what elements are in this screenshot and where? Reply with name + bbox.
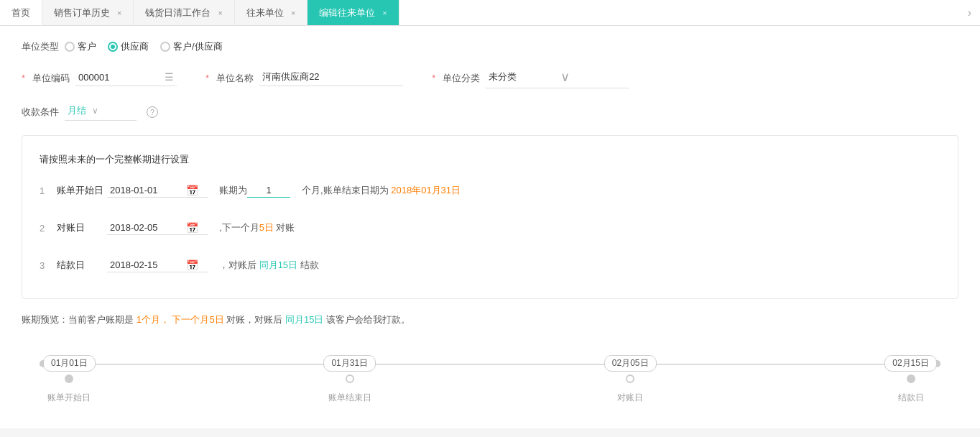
unit-code-label: 单位编码 (32, 72, 70, 85)
unit-category-label: 单位分类 (443, 72, 480, 85)
unit-name-input-wrap (259, 70, 403, 86)
preview-label: 账期预览：当前客户账期是 (22, 314, 137, 325)
tab-cash-work-close[interactable]: × (218, 9, 222, 17)
radio-supplier[interactable]: 供应商 (108, 40, 149, 53)
calendar-icon-1[interactable]: 📅 (186, 185, 198, 196)
radio-customer-label: 客户 (78, 40, 96, 53)
timeline-badge-3: 02月05日 (604, 355, 657, 372)
preview-section: 账期预览：当前客户账期是 1个月， 下一个月5日 对账，对账后 同月15日 该客… (22, 313, 958, 326)
date-row-3: 3 结款日 📅 ，对账后 同月15日 结款 (40, 258, 940, 272)
radio-supplier-circle[interactable] (108, 42, 118, 52)
reconcile-day-highlight: 5日 (259, 222, 274, 233)
unit-category-required: * (432, 73, 435, 83)
row-label-2: 对账日 (57, 221, 107, 234)
unit-name-group: * 单位名称 (205, 70, 403, 86)
radio-customer-circle[interactable] (65, 42, 75, 52)
unit-category-arrow: ∨ (558, 68, 629, 86)
timeline-badge-1: 01月01日 (43, 355, 96, 372)
unit-code-input-wrap: ☰ (75, 70, 177, 86)
tab-partner-unit-label: 往来单位 (246, 6, 284, 19)
tab-sales-order-label: 销售订单历史 (54, 6, 110, 19)
preview-mid: 对账，对账后 (226, 314, 285, 325)
payment-value: 月结 (65, 103, 89, 119)
unit-type-label: 单位类型 (22, 40, 59, 53)
timeline-node-4: 02月15日 结款日 (884, 355, 937, 404)
help-icon[interactable]: ? (147, 106, 158, 118)
end-date-highlight: 2018年01月31日 (391, 185, 461, 196)
timeline-dot-4 (907, 374, 915, 383)
timeline-badge-2: 01月31日 (323, 355, 376, 372)
preview-text: 账期预览：当前客户账期是 1个月， 下一个月5日 对账，对账后 同月15日 该客… (22, 313, 958, 326)
preview-reconcile: 下一个月5日 (172, 314, 223, 325)
preview-period: 1个月， (137, 314, 170, 325)
row-desc-1b: 个月,账单结束日期为 2018年01月31日 (302, 184, 461, 197)
row-num-3: 3 (40, 260, 57, 271)
panel-title: 请按照未来的一个完整帐期进行设置 (40, 153, 940, 166)
unit-name-label: 单位名称 (216, 72, 254, 85)
tab-edit-partner[interactable]: 编辑往来单位 × (308, 0, 399, 25)
row-desc-1a: 账期为 (219, 184, 247, 197)
payment-arrow: ∨ (92, 106, 98, 116)
timeline-dot-2 (346, 374, 354, 383)
timeline-node-3: 02月05日 对账日 (604, 355, 657, 404)
radio-supplier-label: 供应商 (121, 40, 149, 53)
radio-both[interactable]: 客户/供应商 (160, 40, 223, 53)
tab-cash-work-label: 钱货日清工作台 (145, 6, 211, 19)
tab-edit-partner-close[interactable]: × (382, 9, 387, 17)
date-row-2: 2 对账日 📅 ,下一个月5日 对账 (40, 221, 940, 235)
timeline-label-1: 账单开始日 (47, 392, 91, 404)
date-input-1[interactable]: 📅 (107, 183, 208, 198)
unit-info-row: * 单位编码 ☰ * 单位名称 * 单位分类 未分类 ∨ (22, 68, 958, 88)
radio-both-circle[interactable] (160, 42, 170, 52)
timeline-label-2: 账单结束日 (328, 392, 371, 404)
tab-partner-unit[interactable]: 往来单位 × (235, 0, 308, 25)
tab-home[interactable]: 首页 (0, 0, 42, 25)
date-input-3[interactable]: 📅 (107, 258, 208, 272)
date-field-2[interactable] (107, 221, 186, 234)
unit-category-group: * 单位分类 未分类 ∨ (432, 68, 629, 88)
unit-category-select[interactable]: 未分类 ∨ (486, 68, 629, 88)
calendar-icon-2[interactable]: 📅 (186, 222, 198, 234)
panel-box: 请按照未来的一个完整帐期进行设置 1 账单开始日 📅 账期为 个月,账单结束日期… (22, 135, 958, 299)
unit-code-group: * 单位编码 ☰ (22, 70, 177, 86)
page-content: 单位类型 客户 供应商 客户/供应商 * 单位编码 (0, 26, 980, 428)
tab-expand-button[interactable]: › (959, 0, 980, 25)
radio-customer[interactable]: 客户 (65, 40, 96, 53)
tab-edit-partner-label: 编辑往来单位 (319, 6, 375, 19)
unit-type-group: 单位类型 客户 供应商 客户/供应商 (22, 40, 251, 53)
timeline-dots: 01月01日 账单开始日 01月31日 账单结束日 02月05日 对账日 02月… (43, 355, 937, 404)
tab-cash-work[interactable]: 钱货日清工作台 × (134, 0, 234, 25)
period-input[interactable] (247, 183, 290, 198)
unit-name-required: * (205, 73, 209, 83)
row-label-1: 账单开始日 (57, 184, 107, 197)
unit-code-required: * (22, 73, 25, 83)
timeline-label-4: 结款日 (898, 392, 924, 404)
payment-group: 收款条件 月结 ∨ ? (22, 103, 158, 121)
preview-payment: 同月15日 (285, 314, 323, 325)
timeline-dot-3 (626, 374, 634, 383)
tab-partner-unit-close[interactable]: × (291, 9, 295, 17)
tab-sales-order-close[interactable]: × (117, 9, 121, 17)
unit-name-input[interactable] (259, 70, 389, 84)
payment-label: 收款条件 (22, 106, 59, 119)
calendar-icon-3[interactable]: 📅 (186, 259, 198, 271)
radio-group: 客户 供应商 客户/供应商 (65, 40, 223, 53)
date-input-2[interactable]: 📅 (107, 221, 208, 235)
tab-bar: 首页 销售订单历史 × 钱货日清工作台 × 往来单位 × 编辑往来单位 × › (0, 0, 980, 26)
date-field-1[interactable] (107, 183, 186, 197)
date-field-3[interactable] (107, 258, 186, 272)
tab-sales-order[interactable]: 销售订单历史 × (42, 0, 134, 25)
radio-both-label: 客户/供应商 (173, 40, 223, 53)
tab-home-label: 首页 (11, 6, 30, 19)
row-desc-2: ,下一个月5日 对账 (219, 221, 295, 234)
payment-day-highlight: 同月15日 (259, 259, 297, 270)
row-num-2: 2 (40, 223, 57, 234)
payment-select[interactable]: 月结 ∨ (65, 103, 137, 121)
unit-code-icon[interactable]: ☰ (162, 71, 177, 83)
timeline-node-2: 01月31日 账单结束日 (323, 355, 376, 404)
row-desc-3: ，对账后 同月15日 结款 (219, 259, 319, 272)
unit-code-input[interactable] (75, 70, 162, 84)
timeline-dot-1 (65, 374, 73, 383)
unit-type-row: 单位类型 客户 供应商 客户/供应商 (22, 40, 958, 53)
expand-icon: › (968, 6, 971, 19)
